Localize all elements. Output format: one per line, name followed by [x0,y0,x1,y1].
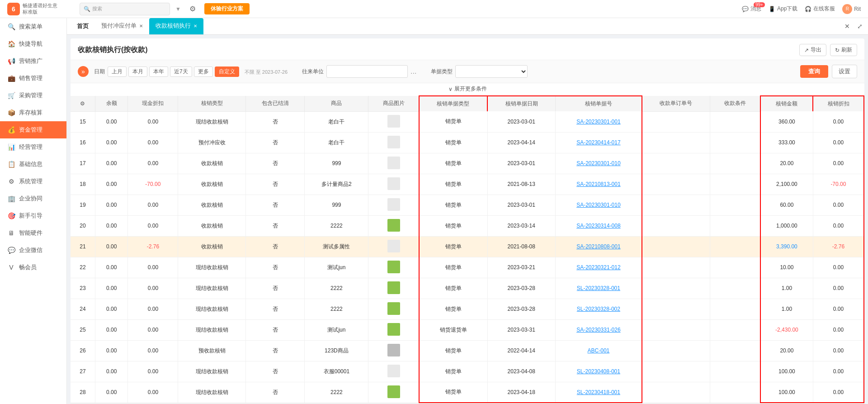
td-writeoff-type: 预付冲应收 [178,132,246,153]
date-label: 日期 [94,68,105,76]
td-writeoff-bill-type: 销货单 [419,195,487,215]
bill-no-link[interactable]: SA-20230301-010 [576,160,620,166]
td-writeoff-bill-no: SA-20210808-001 [555,236,642,257]
sidebar-item-search[interactable]: 🔍搜索菜单 [0,18,66,35]
industry-btn[interactable]: 休验行业方案 [204,3,250,14]
app-download-btn[interactable]: 📱 App下载 [769,5,797,13]
td-included-settled: 否 [246,340,305,361]
gear-icon[interactable]: ⚙ [186,3,199,15]
date-btn-last-month[interactable]: 上月 [108,67,127,77]
td-no: 20 [71,215,95,236]
sidebar-item-purchase[interactable]: 🛒采购管理 [0,87,66,104]
date-btn-custom[interactable]: 自定义 [215,67,239,77]
th-writeoff-bill-type: 核销单据类型 [419,96,487,111]
bill-no-link[interactable]: SA-20230414-017 [576,139,620,146]
bill-no-link[interactable]: SL-20230328-002 [577,306,620,312]
td-writeoff-bill-type: 销货单 [419,215,487,236]
td-writeoff-type: 现结收款核销 [178,257,246,278]
sidebar-item-inventory[interactable]: 📦库存核算 [0,104,66,121]
bill-no-link[interactable]: SL-20230418-001 [577,389,620,395]
th-writeoff-discount: 核销折扣 [813,96,864,111]
refresh-btn[interactable]: ↻ 刷新 [830,44,857,56]
search-input[interactable]: 🔍 搜索 [80,3,170,15]
tab-writeoff-close[interactable]: ✕ [193,24,197,29]
tab-close-all[interactable]: ✕ [843,21,852,32]
layout: 🔍搜索菜单🏠快捷导航📢营销推广💼销售管理🛒采购管理📦库存核算💰资金管理📊经营管理… [0,18,868,404]
td-cash-discount: 0.00 [128,361,178,382]
sidebar-item-newbie[interactable]: 🎯新手引导 [0,207,66,224]
td-writeoff-bill-date: 2023-04-08 [487,361,555,382]
sidebar-item-wechat[interactable]: 💬企业微信 [0,242,66,259]
tab-home[interactable]: 首页 [71,19,95,34]
date-btn-7days[interactable]: 近7天 [170,67,192,77]
th-writeoff-bill-no: 核销单据号 [555,96,642,111]
td-receipt-condition [710,319,760,340]
sidebar-label-inventory: 库存核算 [19,109,42,117]
td-balance: 0.00 [95,382,127,403]
query-btn[interactable]: 查询 [800,65,828,78]
setting-btn[interactable]: 设置 [832,65,857,78]
bill-no-link[interactable]: SA-20210808-001 [576,243,620,250]
sidebar-item-member[interactable]: V畅会员 [0,259,66,276]
user-avatar: R [842,4,852,14]
sidebar-item-basic[interactable]: 📋基础信息 [0,156,66,173]
sidebar-item-system[interactable]: ⚙系统管理 [0,173,66,190]
sidebar-item-enterprise[interactable]: 🏢企业协同 [0,190,66,207]
td-receipt-order-no [642,257,710,278]
sidebar-item-operation[interactable]: 📊经营管理 [0,138,66,156]
bill-no-link[interactable]: SA-20230314-008 [576,223,620,229]
bill-no-link[interactable]: SL-20230328-001 [577,285,620,291]
table-container: ⚙ 余额 现金折扣 核销类型 包含已结清 商品 商品图片 核销单据类型 核销单据… [71,95,864,404]
table-row: 24 0.00 0.00 现结收款核销 否 2222 销货单 2023-03-2… [71,299,864,319]
tab-prepay-close[interactable]: ✕ [139,24,143,29]
tab-expand[interactable]: ⤢ [855,21,864,32]
counterpart-input[interactable] [326,65,408,78]
bill-no-link[interactable]: SA-20210813-001 [576,181,620,187]
voucher-type-label: 单据类型 [431,68,453,76]
filter-expand-btn[interactable]: » [78,66,89,77]
td-receipt-condition [710,278,760,299]
td-included-settled: 否 [246,236,305,257]
sidebar-item-finance[interactable]: 💰资金管理 [0,121,66,138]
bill-no-link[interactable]: SA-20230301-001 [576,119,620,125]
user-menu[interactable]: R Rit [842,4,861,14]
bill-no-link[interactable]: SA-20230331-026 [576,327,620,333]
td-goods-img [368,361,419,382]
message-btn[interactable]: 💬 消息 99+ [742,5,761,13]
table-row: 19 0.00 0.00 收款核销 否 999 销货单 2023-03-01 S… [71,195,864,215]
td-receipt-condition [710,153,760,174]
bill-no-link[interactable]: SA-20230301-010 [576,202,620,208]
sidebar-item-sales[interactable]: 💼销售管理 [0,70,66,87]
td-goods: 老白干 [305,132,368,153]
td-receipt-order-no [642,319,710,340]
td-goods: 老白干 [305,111,368,132]
td-goods-img [368,257,419,278]
goods-image [387,385,400,398]
date-btn-this-year[interactable]: 本年 [149,67,168,77]
date-btn-this-month[interactable]: 本月 [128,67,147,77]
basic-icon: 📋 [7,160,15,168]
bill-no-link[interactable]: ABC-001 [588,347,610,354]
td-included-settled: 否 [246,382,305,403]
sidebar-label-system: 系统管理 [19,177,42,185]
dropdown-arrow[interactable]: ▼ [175,6,181,12]
tab-prepay[interactable]: 预付冲应付单 ✕ [95,18,149,34]
logo: 6 畅捷通谱好生意 标准版 [7,3,74,15]
sidebar-item-marketing[interactable]: 📢营销推广 [0,52,66,70]
voucher-type-select[interactable] [455,65,528,78]
td-goods: 2222 [305,382,368,403]
bill-no-link[interactable]: SL-20230408-001 [577,368,620,375]
sidebar-item-quicknav[interactable]: 🏠快捷导航 [0,35,66,52]
td-goods: 多计量商品2 [305,174,368,195]
date-btn-more[interactable]: 更多 [194,67,213,77]
export-btn[interactable]: ↗ 导出 [799,44,826,56]
online-service-btn[interactable]: 🎧 在线客服 [805,5,835,13]
tab-writeoff[interactable]: 收款核销执行 ✕ [149,18,203,34]
td-balance: 0.00 [95,278,127,299]
th-settings[interactable]: ⚙ [71,96,95,111]
bill-no-link[interactable]: SA-20230321-012 [576,264,620,271]
td-goods: 999 [305,195,368,215]
expand-more-btn[interactable]: ∨ 展开更多条件 [448,85,487,93]
sidebar-item-hardware[interactable]: 🖥智能硬件 [0,224,66,242]
td-writeoff-bill-date: 2022-04-14 [487,340,555,361]
